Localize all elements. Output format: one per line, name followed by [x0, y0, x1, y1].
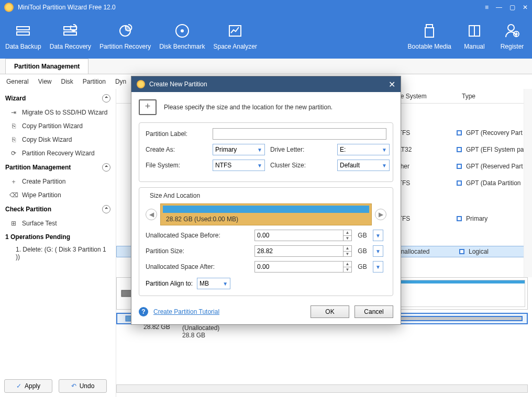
- app-logo-icon: [4, 3, 14, 12]
- chevron-down-icon: ▼: [257, 163, 262, 168]
- bootable-media-button[interactable]: Bootable Media: [404, 18, 456, 55]
- backup-icon: [14, 22, 32, 40]
- file-system-select[interactable]: NTFS▼: [213, 160, 265, 171]
- unit-select[interactable]: ▼: [373, 261, 383, 273]
- partition-params: Partition Label: Create As: Primary▼ Dri…: [139, 122, 393, 182]
- label-partition-label: Partition Label:: [146, 130, 207, 138]
- partition-recovery-icon: [116, 22, 134, 40]
- chevron-up-icon: ⌃: [102, 205, 110, 213]
- close-icon[interactable]: ✕: [523, 4, 528, 11]
- cancel-button[interactable]: Cancel: [354, 305, 393, 318]
- unit-select[interactable]: ▼: [373, 230, 383, 241]
- toolbar-label: Register: [501, 43, 524, 50]
- menu-dynamic[interactable]: Dyn: [115, 78, 126, 85]
- data-recovery-button[interactable]: Data Recovery: [46, 18, 95, 55]
- book-icon: [465, 22, 483, 40]
- col-filesystem[interactable]: le System: [394, 93, 457, 100]
- spin-down-icon: ▼: [343, 252, 351, 257]
- menu-disk[interactable]: Disk: [61, 78, 73, 85]
- data-backup-button[interactable]: Data Backup: [1, 18, 46, 55]
- label-space-after: Unallocated Space After:: [146, 263, 250, 270]
- usb-icon: [420, 22, 438, 40]
- sidebar-item-copy-disk[interactable]: ⎘Copy Disk Wizard: [4, 133, 112, 146]
- space-analyzer-button[interactable]: Space Analyzer: [209, 18, 261, 55]
- partition-size-input[interactable]: 28.82▲▼: [254, 245, 352, 257]
- toolbar-label: Disk Benchmark: [159, 43, 205, 50]
- create-icon: ＋: [9, 177, 18, 186]
- sidebar-item-migrate[interactable]: ⇥Migrate OS to SSD/HD Wizard: [4, 106, 112, 119]
- svg-rect-0: [17, 27, 29, 30]
- dialog-title: Create New Partition: [149, 81, 389, 88]
- partition-recovery-button[interactable]: Partition Recovery: [95, 18, 155, 55]
- sidebar-item-copy-partition[interactable]: ⎘Copy Partition Wizard: [4, 119, 112, 133]
- app-title: MiniTool Partition Wizard Free 12.0: [18, 4, 485, 11]
- partition-label-input[interactable]: [213, 128, 386, 140]
- space-after-input[interactable]: 0.00▲▼: [254, 261, 352, 273]
- spin-up-icon: ▲: [343, 262, 351, 267]
- horizontal-scrollbar[interactable]: [116, 384, 528, 393]
- toolbar-label: Data Backup: [5, 43, 41, 50]
- create-as-select[interactable]: Primary▼: [213, 144, 265, 155]
- label-file-system: File System:: [146, 162, 207, 169]
- cluster-size-select[interactable]: Default▼: [337, 160, 390, 171]
- surface-icon: ⊞: [9, 219, 18, 228]
- toolbar-label: Space Analyzer: [214, 43, 257, 50]
- chevron-down-icon: ▼: [382, 163, 387, 168]
- pending-item[interactable]: 1. Delete: (G: ( Disk 3 Partition 1 )): [4, 244, 112, 263]
- unit-select[interactable]: ▼: [373, 245, 383, 257]
- sidebar-item-partition-recovery[interactable]: ⟳Partition Recovery Wizard: [4, 146, 112, 160]
- minimize-icon[interactable]: —: [496, 4, 502, 11]
- menu-general[interactable]: General: [6, 78, 29, 85]
- undo-button[interactable]: ↶Undo: [59, 379, 107, 393]
- label-create-as: Create As:: [146, 146, 207, 153]
- sidebar-item-wipe-partition[interactable]: ⌫Wipe Partition: [4, 188, 112, 202]
- dialog-titlebar[interactable]: Create New Partition ✕: [131, 76, 401, 92]
- menu-icon[interactable]: ≡: [485, 4, 489, 11]
- svg-rect-1: [17, 32, 29, 35]
- size-location-title: Size And Location: [148, 192, 202, 199]
- recovery-icon: ⟳: [9, 149, 18, 157]
- ok-button[interactable]: OK: [311, 305, 349, 318]
- chevron-down-icon: ▼: [257, 147, 262, 153]
- vertical-scrollbar[interactable]: [524, 89, 532, 277]
- menu-view[interactable]: View: [38, 78, 52, 85]
- drive-letter-select[interactable]: E:▼: [337, 144, 390, 155]
- svg-point-6: [181, 29, 184, 32]
- sidebar-item-surface-test[interactable]: ⊞Surface Test: [4, 217, 112, 230]
- nav-right-icon[interactable]: ▶: [375, 209, 386, 220]
- label-space-before: Unallocated Space Before:: [146, 232, 250, 239]
- titlebar: MiniTool Partition Wizard Free 12.0 ≡ — …: [0, 0, 532, 15]
- help-icon[interactable]: ?: [139, 307, 148, 316]
- create-partition-dialog: Create New Partition ✕ Please specify th…: [131, 76, 401, 325]
- disk-benchmark-button[interactable]: Disk Benchmark: [155, 18, 209, 55]
- maximize-icon[interactable]: ▢: [509, 4, 515, 11]
- pending-header: 1 Operations Pending: [4, 230, 112, 244]
- nav-left-icon[interactable]: ◀: [146, 209, 157, 220]
- apply-button[interactable]: ✓Apply: [4, 379, 52, 393]
- chevron-up-icon: ⌃: [102, 94, 110, 103]
- menu-partition[interactable]: Partition: [83, 78, 106, 85]
- dialog-close-icon[interactable]: ✕: [389, 80, 395, 89]
- space-analyzer-icon: [226, 22, 244, 40]
- size-bar-text: 28.82 GB (Used:0.00 MB): [166, 215, 238, 223]
- align-select[interactable]: MB▼: [197, 278, 230, 289]
- size-location-group: Size And Location ◀ 28.82 GB (Used:0.00 …: [139, 187, 393, 296]
- manual-button[interactable]: Manual: [456, 18, 493, 55]
- toolbar-label: Data Recovery: [50, 43, 91, 50]
- col-type[interactable]: Type: [457, 93, 532, 100]
- tutorial-link[interactable]: Create Partition Tutorial: [153, 308, 219, 315]
- register-button[interactable]: Register: [493, 18, 531, 55]
- spin-up-icon: ▲: [343, 246, 351, 252]
- spin-down-icon: ▼: [343, 236, 351, 241]
- sidebar-header-check[interactable]: Check Partition⌃: [4, 202, 112, 217]
- sidebar-item-create-partition[interactable]: ＋Create Partition: [4, 175, 112, 188]
- space-before-input[interactable]: 0.00▲▼: [254, 230, 352, 241]
- copy-partition-icon: ⎘: [9, 122, 18, 130]
- size-bar[interactable]: 28.82 GB (Used:0.00 MB): [160, 203, 372, 225]
- tabstrip: Partition Management: [0, 59, 532, 74]
- sidebar-header-pm[interactable]: Partition Management⌃: [4, 160, 112, 175]
- sidebar-header-wizard[interactable]: Wizard⌃: [4, 91, 112, 106]
- tab-partition-management[interactable]: Partition Management: [5, 59, 88, 74]
- benchmark-icon: [173, 22, 191, 40]
- label-partition-size: Partition Size:: [146, 247, 250, 255]
